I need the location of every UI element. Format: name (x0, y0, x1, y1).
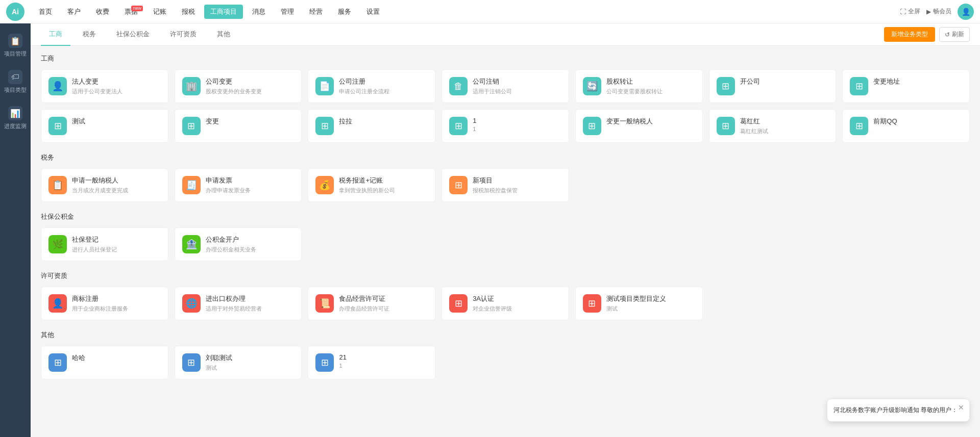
card-c4[interactable]: 🗑 公司注销 适用于注销公司 (442, 69, 569, 103)
card-c7[interactable]: ⊞ 变更地址 (842, 69, 970, 103)
top-nav: Ai 首页客户收费票据new记账报税工商项目消息管理经营服务设置 ⛶ 全屏 ▶ … (0, 0, 980, 23)
card-icon: 🌐 (182, 294, 201, 313)
card-c14[interactable]: ⊞ 前期QQ (842, 109, 970, 143)
card-t1[interactable]: 📋 申请一般纳税人 当月或次月成变更完成 (41, 168, 168, 202)
card-title: 申请发票 (206, 176, 295, 185)
logo[interactable]: Ai (6, 3, 24, 21)
card-c12[interactable]: ⊞ 变更一般纳税人 (575, 109, 703, 143)
card-icon: ⊞ (850, 77, 868, 95)
card-s1[interactable]: 🌿 社保登记 进行人员社保登记 (41, 227, 168, 261)
card-o2[interactable]: ⊞ 刘聪测试 测试 (175, 346, 302, 379)
card-icon: 📄 (315, 77, 334, 95)
card-c3[interactable]: 📄 公司注册 申请公司注册全流程 (308, 69, 435, 103)
card-icon: 🗑 (449, 77, 468, 95)
card-title: 税务报道+记账 (339, 176, 428, 185)
new-type-button[interactable]: 新增业务类型 (884, 27, 935, 42)
card-title: 开公司 (740, 77, 829, 86)
card-c5[interactable]: 🔄 股权转让 公司变更需要股权转让 (575, 69, 703, 103)
card-title: 变更地址 (873, 77, 962, 86)
card-o3[interactable]: ⊞ 21 1 (308, 346, 435, 379)
card-title: 3A认证 (473, 294, 561, 303)
card-content: 新项目 报税加税控盘保管 (473, 176, 561, 194)
nav-item-收费[interactable]: 收费 (90, 5, 115, 19)
card-t2[interactable]: 🧾 申请发票 办理申请发票业务 (175, 168, 302, 202)
card-c8[interactable]: ⊞ 测试 (41, 109, 168, 143)
card-content: 3A认证 对企业信誉评级 (473, 294, 561, 313)
card-icon: ⊞ (449, 176, 468, 194)
card-icon: 👤 (48, 294, 67, 313)
section-社保公积金: 社保公积金 🌿 社保登记 进行人员社保登记 🏦 公积金开户 办理公积金相关业务 (41, 212, 970, 261)
card-c2[interactable]: 🏢 公司变更 股权变更外的业务变更 (175, 69, 302, 103)
sub-tab-许可资质[interactable]: 许可资质 (162, 23, 205, 46)
sidebar-item-2[interactable]: 📊 进度监测 (0, 101, 31, 135)
nav-item-客户[interactable]: 客户 (61, 5, 87, 19)
nav-item-记账[interactable]: 记账 (147, 5, 173, 19)
card-content: 葛红红 葛红红测试 (740, 117, 829, 135)
nav-item-管理[interactable]: 管理 (275, 5, 300, 19)
card-c10[interactable]: ⊞ 拉拉 (308, 109, 435, 143)
member-btn[interactable]: ▶ 畅会员 (926, 7, 951, 16)
sub-tab-社保公积金[interactable]: 社保公积金 (108, 23, 158, 46)
card-icon: ⊞ (583, 117, 601, 135)
card-icon: 🔄 (583, 77, 601, 95)
card-c6[interactable]: ⊞ 开公司 (709, 69, 837, 103)
nav-item-消息[interactable]: 消息 (246, 5, 272, 19)
nav-item-设置[interactable]: 设置 (360, 5, 386, 19)
card-icon: 📜 (315, 294, 334, 313)
sidebar: 📋 项目管理 🏷 项目类型 📊 进度监测 (0, 23, 31, 437)
scroll-content: 工商 👤 法人变更 适用于公司变更法人 🏢 公司变更 股权变更外的业务变更 📄 … (31, 46, 980, 437)
card-c11[interactable]: ⊞ 1 1 (442, 109, 569, 143)
nav-badge: new (131, 6, 143, 11)
nav-item-经营[interactable]: 经营 (303, 5, 329, 19)
sub-tab-工商[interactable]: 工商 (41, 23, 70, 46)
sub-tab-税务[interactable]: 税务 (75, 23, 104, 46)
card-c1[interactable]: 👤 法人变更 适用于公司变更法人 (41, 69, 168, 103)
card-desc: 对企业信誉评级 (473, 305, 561, 313)
nav-item-报税[interactable]: 报税 (176, 5, 201, 19)
card-desc: 公司变更需要股权转让 (606, 88, 695, 95)
card-t3[interactable]: 💰 税务报道+记账 拿到营业执照的新公司 (308, 168, 435, 202)
card-icon: ⊞ (449, 117, 468, 135)
card-c9[interactable]: ⊞ 变更 (175, 109, 302, 143)
notification-text: 河北税务数字账户升级影响通知 尊敬的用户： (834, 405, 963, 415)
card-content: 开公司 (740, 77, 829, 88)
nav-item-服务[interactable]: 服务 (332, 5, 357, 19)
card-title: 变更一般纳税人 (606, 117, 695, 126)
notification-close[interactable]: ✕ (958, 403, 964, 412)
card-s2[interactable]: 🏦 公积金开户 办理公积金相关业务 (175, 227, 302, 261)
right-tools: ⛶ 全屏 ▶ 畅会员 👤 (900, 4, 974, 20)
card-q1[interactable]: 👤 商标注册 用于企业商标注册服务 (41, 287, 168, 320)
section-税务: 税务 📋 申请一般纳税人 当月或次月成变更完成 🧾 申请发票 办理申请发票业务 … (41, 153, 970, 202)
card-t4[interactable]: ⊞ 新项目 报税加税控盘保管 (442, 168, 569, 202)
nav-items: 首页客户收费票据new记账报税工商项目消息管理经营服务设置 (33, 5, 900, 19)
sidebar-item-1[interactable]: 🏷 项目类型 (0, 65, 31, 99)
card-desc: 拿到营业执照的新公司 (339, 187, 428, 194)
cards-grid: 🌿 社保登记 进行人员社保登记 🏦 公积金开户 办理公积金相关业务 (41, 227, 970, 261)
nav-item-首页[interactable]: 首页 (33, 5, 58, 19)
card-icon: 👤 (48, 77, 67, 95)
card-content: 税务报道+记账 拿到营业执照的新公司 (339, 176, 428, 194)
nav-item-工商项目[interactable]: 工商项目 (204, 5, 243, 19)
card-title: 测试项目类型目定义 (606, 294, 695, 303)
card-c13[interactable]: ⊞ 葛红红 葛红红测试 (709, 109, 837, 143)
card-desc: 当月或次月成变更完成 (72, 187, 161, 194)
card-content: 变更地址 (873, 77, 962, 88)
card-q3[interactable]: 📜 食品经营许可证 办理食品经营许可证 (308, 287, 435, 320)
fullscreen-btn[interactable]: ⛶ 全屏 (900, 7, 920, 16)
card-desc: 办理申请发票业务 (206, 187, 295, 194)
avatar[interactable]: 👤 (958, 4, 974, 20)
tab-actions: 新增业务类型 ↺ 刷新 (884, 27, 970, 42)
refresh-button[interactable]: ↺ 刷新 (939, 27, 970, 42)
card-title: 公积金开户 (206, 235, 295, 244)
card-q5[interactable]: ⊞ 测试项目类型目定义 测试 (575, 287, 703, 320)
card-q4[interactable]: ⊞ 3A认证 对企业信誉评级 (442, 287, 569, 320)
sidebar-item-0[interactable]: 📋 项目管理 (0, 29, 31, 63)
card-o1[interactable]: ⊞ 哈哈 (41, 346, 168, 379)
nav-item-票据[interactable]: 票据new (118, 5, 144, 19)
card-content: 社保登记 进行人员社保登记 (72, 235, 161, 253)
main-layout: 📋 项目管理 🏷 项目类型 📊 进度监测 工商税务社保公积金许可资质其他 新增业… (0, 23, 980, 437)
card-icon: 🌿 (48, 235, 67, 253)
sub-tab-其他[interactable]: 其他 (209, 23, 238, 46)
card-q2[interactable]: 🌐 进出口权办理 适用于对外贸易经营者 (175, 287, 302, 320)
card-desc: 办理公积金相关业务 (206, 246, 295, 253)
